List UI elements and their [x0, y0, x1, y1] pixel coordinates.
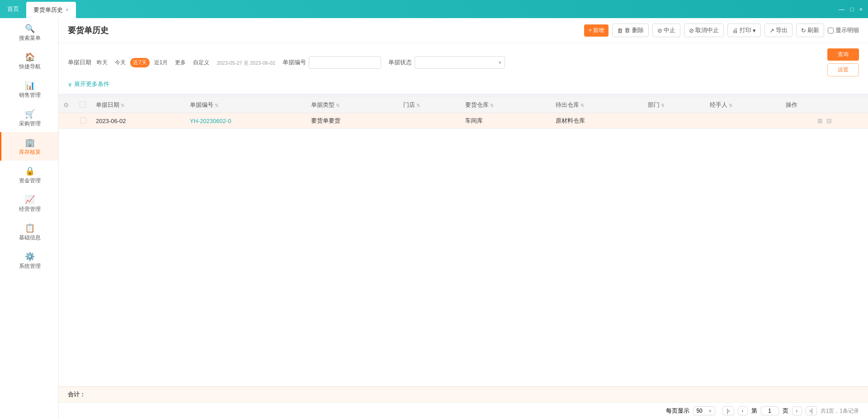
expand-icon: ∨ — [68, 81, 72, 88]
prev-page-button[interactable]: ‹ — [738, 406, 748, 415]
last-page-button[interactable]: ›| — [806, 406, 817, 415]
window-minimize[interactable]: — — [839, 6, 845, 13]
export-button[interactable]: ↗ 导出 — [764, 24, 793, 37]
department-col-label: 部门 — [648, 101, 660, 109]
pending-warehouse-col-label: 待出仓库 — [556, 101, 579, 109]
toolbar: + 新增 🗑 🗑 删除 ⊘ 中止 ⊘ 取消中止 🖨 打印 ▾ — [584, 24, 859, 43]
pagination-bar: 每页显示 10 20 50 100 |‹ ‹ 第 页 › ›| 共1页，1条记录 — [59, 402, 868, 419]
display-detail-checkbox[interactable] — [828, 28, 834, 33]
main-layout: 🔍 搜索菜单 🏠 快捷导航 📊 销售管理 🛒 采购管理 🏢 库存核算 🔒 资金管… — [0, 18, 868, 419]
home-icon: 🏠 — [25, 53, 35, 61]
window-maximize[interactable]: □ — [850, 6, 854, 13]
settings-button[interactable]: 设置 — [827, 63, 859, 76]
stop-label: 中止 — [664, 26, 675, 34]
date-filter-group: 单据日期 昨天 今天 近7天 近1月 更多 自定义 2023-05-27 至 2… — [68, 58, 275, 67]
col-handler-header[interactable]: 经手人 ⇅ — [705, 97, 781, 113]
content-area: 要货单历史 + 新增 🗑 🗑 删除 ⊘ 中止 ⊘ 取消中止 🖨 打印 — [59, 18, 868, 419]
tab-home[interactable]: 首页 — [0, 0, 26, 18]
btn-yesterday[interactable]: 昨天 — [94, 58, 110, 67]
date-filter-label: 单据日期 — [68, 58, 91, 67]
page-size-label: 每页显示 — [666, 407, 689, 415]
tab-requisition-label: 要货单历史 — [33, 6, 63, 14]
table-area: ⚙ 单据日期 ⇅ 单据编号 — [59, 97, 868, 386]
sidebar-basicinfo-label: 基础信息 — [19, 234, 41, 242]
sidebar-item-sales[interactable]: 📊 销售管理 — [0, 75, 58, 104]
sidebar-item-basic-info[interactable]: 📋 基础信息 — [0, 218, 58, 246]
sidebar-item-system[interactable]: ⚙️ 系统管理 — [0, 246, 58, 275]
btn-more[interactable]: 更多 — [172, 58, 189, 67]
cancel-stop-button[interactable]: ⊘ 取消中止 — [684, 24, 724, 37]
refresh-icon: ↻ — [801, 27, 806, 34]
page-header: 要货单历史 + 新增 🗑 🗑 删除 ⊘ 中止 ⊘ 取消中止 🖨 打印 — [59, 18, 868, 43]
tab-requisition-history[interactable]: 要货单历史 × — [26, 2, 76, 18]
window-close[interactable]: × — [859, 6, 863, 13]
sidebar-sales-label: 销售管理 — [19, 91, 41, 99]
expand-more-btn[interactable]: ∨ 展开更多条件 — [68, 80, 859, 88]
page-size-wrapper: 10 20 50 100 — [693, 406, 715, 415]
sidebar-search-label: 搜索菜单 — [19, 34, 41, 42]
add-button[interactable]: + 新增 — [584, 24, 609, 37]
first-page-button[interactable]: |‹ — [722, 406, 734, 415]
window-controls: — □ × — [834, 6, 868, 13]
bill-no-link[interactable]: YH-20230602-0 — [190, 118, 231, 124]
print-icon: 🖨 — [732, 27, 738, 34]
data-table: ⚙ 单据日期 ⇅ 单据编号 — [59, 97, 868, 129]
bill-status-select-wrapper — [415, 56, 505, 69]
handler-col-label: 经手人 — [710, 101, 727, 109]
page-size-select[interactable]: 10 20 50 100 — [693, 406, 715, 415]
col-req-warehouse-header[interactable]: 要货仓库 ⇅ — [461, 97, 551, 113]
print-button[interactable]: 🖨 打印 ▾ — [727, 24, 761, 37]
display-toggle[interactable]: 显示明细 — [828, 26, 859, 34]
page-number-input[interactable] — [761, 406, 779, 415]
bill-status-select[interactable] — [415, 56, 505, 69]
stop-button[interactable]: ⊘ 中止 — [652, 24, 680, 37]
date-range-text: 2023-05-27 至 2023-06-02 — [217, 60, 275, 67]
btn-custom[interactable]: 自定义 — [190, 58, 212, 67]
cancel-stop-icon: ⊘ — [689, 27, 694, 34]
row-pending-warehouse: 原材料仓库 — [551, 113, 643, 129]
btn-today[interactable]: 今天 — [112, 58, 128, 67]
query-button[interactable]: 查询 — [827, 48, 859, 61]
search-icon: 🔍 — [25, 24, 35, 33]
next-page-button[interactable]: › — [792, 406, 802, 415]
row-edit-icon[interactable]: ⊞ — [817, 117, 823, 124]
col-bill-type-header[interactable]: 单据类型 ⇅ — [307, 97, 399, 113]
bill-type-sort-icon: ⇅ — [336, 103, 340, 108]
btn-7days[interactable]: 近7天 — [130, 58, 150, 67]
row-more-icon[interactable]: ⊟ — [826, 117, 832, 124]
col-pending-warehouse-header[interactable]: 待出仓库 ⇅ — [551, 97, 643, 113]
select-all-checkbox[interactable] — [80, 101, 86, 108]
col-department-header[interactable]: 部门 ⇅ — [643, 97, 705, 113]
system-icon: ⚙️ — [25, 252, 35, 261]
table-body: 2023-06-02 YH-20230602-0 要货单要货 车间库 原材料仓库… — [59, 113, 868, 129]
table-settings-icon[interactable]: ⚙ — [63, 101, 69, 109]
summary-label: 合计： — [68, 390, 85, 399]
delete-button[interactable]: 🗑 🗑 删除 — [612, 24, 649, 37]
req-warehouse-col-label: 要货仓库 — [465, 101, 489, 109]
col-bill-no-header[interactable]: 单据编号 ⇅ — [185, 97, 307, 113]
req-warehouse-sort-icon: ⇅ — [490, 103, 494, 108]
sidebar-item-quick-nav[interactable]: 🏠 快捷导航 — [0, 47, 58, 75]
btn-1month[interactable]: 近1月 — [151, 58, 171, 67]
bill-no-sort-icon: ⇅ — [215, 103, 218, 108]
sales-icon: 📊 — [25, 81, 35, 90]
date-quick-btns: 昨天 今天 近7天 近1月 更多 自定义 — [94, 58, 212, 67]
row-bill-type: 要货单要货 — [307, 113, 399, 129]
col-bill-date-header[interactable]: 单据日期 ⇅ — [91, 97, 185, 113]
col-checkbox-header[interactable] — [75, 97, 91, 113]
sidebar-item-purchase[interactable]: 🛒 采购管理 — [0, 104, 58, 132]
sidebar-item-inventory[interactable]: 🏢 库存核算 — [0, 132, 58, 161]
sidebar-item-operations[interactable]: 📈 经营管理 — [0, 189, 58, 218]
tab-close-icon[interactable]: × — [66, 7, 69, 13]
top-bar: 首页 要货单历史 × — □ × — [0, 0, 868, 18]
bill-no-input[interactable] — [309, 56, 381, 69]
row-select-checkbox[interactable] — [80, 117, 86, 124]
sidebar-item-search-menu[interactable]: 🔍 搜索菜单 — [0, 18, 58, 47]
col-settings-header[interactable]: ⚙ — [59, 97, 75, 113]
row-checkbox[interactable] — [75, 113, 91, 129]
col-store-header[interactable]: 门店 ⇅ — [399, 97, 461, 113]
refresh-button[interactable]: ↻ 刷新 — [796, 24, 824, 37]
bill-no-filter-group: 单据编号 — [283, 56, 381, 69]
tab-home-label: 首页 — [7, 5, 19, 13]
sidebar-item-finance[interactable]: 🔒 资金管理 — [0, 161, 58, 189]
